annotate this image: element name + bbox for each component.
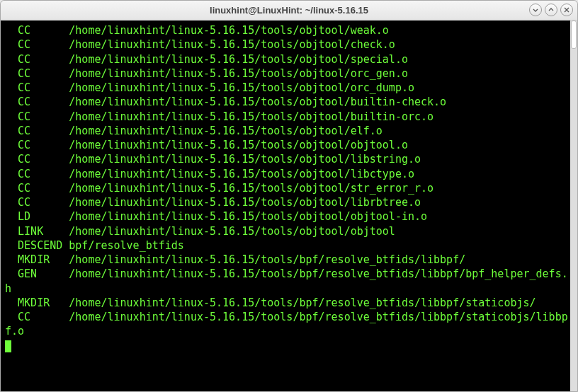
scrollbar-track[interactable] bbox=[570, 21, 577, 391]
minimize-button[interactable] bbox=[529, 4, 542, 16]
terminal-line: LINK /home/linuxhint/linux-5.16.15/tools… bbox=[5, 224, 573, 238]
terminal-line: CC /home/linuxhint/linux-5.16.15/tools/o… bbox=[5, 124, 573, 138]
terminal-cursor-line bbox=[5, 339, 573, 353]
scrollbar-thumb[interactable] bbox=[571, 21, 577, 49]
terminal-line: CC /home/linuxhint/linux-5.16.15/tools/o… bbox=[5, 152, 573, 166]
terminal-line: LD /home/linuxhint/linux-5.16.15/tools/o… bbox=[5, 209, 573, 224]
terminal-line: GEN /home/linuxhint/linux-5.16.15/tools/… bbox=[5, 267, 573, 296]
titlebar: linuxhint@LinuxHint: ~/linux-5.16.15 bbox=[1, 1, 577, 21]
terminal-line: CC /home/linuxhint/linux-5.16.15/tools/o… bbox=[5, 110, 573, 124]
cursor-icon bbox=[5, 340, 11, 352]
terminal-line: CC /home/linuxhint/linux-5.16.15/tools/o… bbox=[5, 67, 573, 81]
terminal-line: CC /home/linuxhint/linux-5.16.15/tools/o… bbox=[5, 181, 573, 195]
terminal-line: MKDIR /home/linuxhint/linux-5.16.15/tool… bbox=[5, 253, 573, 267]
terminal-line: CC /home/linuxhint/linux-5.16.15/tools/o… bbox=[5, 23, 573, 38]
maximize-icon bbox=[548, 7, 554, 13]
terminal-line: CC /home/linuxhint/linux-5.16.15/tools/o… bbox=[5, 138, 573, 152]
terminal-output: CC /home/linuxhint/linux-5.16.15/tools/o… bbox=[5, 23, 573, 353]
terminal-line: CC /home/linuxhint/linux-5.16.15/tools/o… bbox=[5, 167, 573, 181]
terminal-line: CC /home/linuxhint/linux-5.16.15/tools/o… bbox=[5, 95, 573, 109]
close-icon bbox=[564, 7, 570, 13]
terminal-window: linuxhint@LinuxHint: ~/linux-5.16.15 CC … bbox=[0, 0, 578, 392]
terminal-line: DESCEND bpf/resolve_btfids bbox=[5, 238, 573, 253]
window-controls bbox=[529, 4, 573, 16]
window-title: linuxhint@LinuxHint: ~/linux-5.16.15 bbox=[210, 5, 368, 16]
terminal-area[interactable]: CC /home/linuxhint/linux-5.16.15/tools/o… bbox=[1, 21, 577, 391]
minimize-icon bbox=[533, 7, 538, 13]
terminal-line: CC /home/linuxhint/linux-5.16.15/tools/b… bbox=[5, 310, 573, 339]
close-button[interactable] bbox=[560, 4, 573, 16]
terminal-line: CC /home/linuxhint/linux-5.16.15/tools/o… bbox=[5, 81, 573, 95]
terminal-line: CC /home/linuxhint/linux-5.16.15/tools/o… bbox=[5, 52, 573, 67]
terminal-line: CC /home/linuxhint/linux-5.16.15/tools/o… bbox=[5, 38, 573, 52]
terminal-line: MKDIR /home/linuxhint/linux-5.16.15/tool… bbox=[5, 296, 573, 310]
terminal-line: CC /home/linuxhint/linux-5.16.15/tools/o… bbox=[5, 195, 573, 209]
maximize-button[interactable] bbox=[545, 4, 557, 16]
